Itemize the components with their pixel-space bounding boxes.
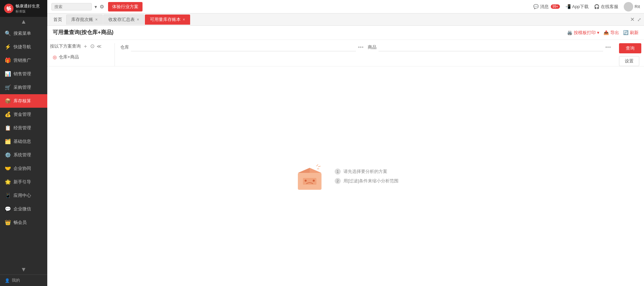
query-filters: 仓库 ••• 商品 ••• bbox=[115, 43, 616, 66]
hint-text-2: 用[过滤]条件来缩小分析范围 bbox=[343, 178, 398, 184]
clipboard-icon: 📋 bbox=[5, 125, 11, 131]
warehouse-more-icon[interactable]: ••• bbox=[358, 44, 364, 50]
settings-button[interactable]: 设置 bbox=[619, 56, 639, 66]
user-profile[interactable]: Rit bbox=[624, 2, 640, 11]
empty-svg bbox=[293, 159, 327, 193]
sidebar-item-finance[interactable]: 💰 资金管理 bbox=[0, 108, 47, 121]
export-label: 导出 bbox=[610, 30, 619, 36]
page-title: 可用量查询(按仓库+商品) bbox=[53, 29, 113, 36]
sidebar-item-wechat[interactable]: 💬 企业微信 bbox=[0, 202, 47, 216]
tab-batch-account[interactable]: 库存批次账 × bbox=[66, 15, 103, 25]
online-service-label: 在线客服 bbox=[601, 4, 618, 10]
svg-marker-2 bbox=[310, 168, 321, 173]
tab-available-qty[interactable]: 可用量库存账本 × bbox=[145, 15, 190, 25]
tab-label: 收发存汇总表 bbox=[108, 17, 135, 23]
goods-label: 商品 bbox=[368, 44, 377, 50]
svg-line-6 bbox=[316, 164, 318, 166]
sidebar-item-label: 基础信息 bbox=[14, 138, 31, 145]
refresh-button[interactable]: 🔄 刷新 bbox=[623, 30, 639, 36]
gift-icon: 🎁 bbox=[5, 57, 11, 63]
tab-receipt-summary[interactable]: 收发存汇总表 × bbox=[103, 15, 144, 25]
scheme-warehouse-goods[interactable]: ◎ 仓库+商品 bbox=[50, 52, 112, 62]
sidebar-item-basic[interactable]: 🗂️ 基础信息 bbox=[0, 135, 47, 148]
topbar-gear-icon[interactable]: ⚙ bbox=[100, 4, 104, 10]
content-area: 可用量查询(按仓库+商品) 🖨️ 按模板打印 ▾ 📤 导出 🔄 刷新 bbox=[47, 26, 644, 286]
filter-warehouse: 仓库 ••• bbox=[120, 43, 364, 51]
logo-sub: 标准版 bbox=[16, 9, 40, 14]
sidebar-item-label: 企业协同 bbox=[14, 165, 31, 172]
sidebar-scroll-up[interactable]: ▲ bbox=[0, 17, 47, 27]
sidebar-item-label: 销售管理 bbox=[14, 71, 31, 77]
tab-close-batch[interactable]: × bbox=[95, 17, 98, 22]
sidebar-item-quick-nav[interactable]: ⚡ 快捷导航 bbox=[0, 40, 47, 54]
query-button[interactable]: 查询 bbox=[619, 43, 641, 53]
close-tab-button[interactable]: ✕ bbox=[630, 16, 635, 23]
chart-icon: 📊 bbox=[5, 71, 11, 77]
sidebar-item-inventory[interactable]: 📦 库存核算 bbox=[0, 94, 47, 108]
tab-label: 可用量库存账本 bbox=[150, 17, 181, 23]
warehouse-input[interactable] bbox=[131, 43, 356, 51]
online-service-item[interactable]: 🎧 在线客服 bbox=[594, 4, 618, 10]
print-icon: 🖨️ bbox=[567, 30, 572, 35]
sidebar-item-enterprise[interactable]: 🤝 企业协同 bbox=[0, 162, 47, 175]
schemes-header: 按以下方案查询 ＋ ⊙ ≪ bbox=[50, 43, 112, 49]
scheme-label: 仓库+商品 bbox=[59, 54, 79, 60]
tab-close-available[interactable]: × bbox=[183, 17, 185, 22]
sidebar-item-label: 新手引导 bbox=[14, 179, 31, 185]
scheme-icon: ◎ bbox=[53, 54, 57, 60]
message-item[interactable]: 💬 消息 99+ bbox=[533, 4, 560, 10]
tab-home[interactable]: 首页 bbox=[50, 15, 66, 25]
topbar-right: 💬 消息 99+ 📲 App下载 🎧 在线客服 Rit bbox=[533, 2, 640, 11]
search-input[interactable] bbox=[51, 3, 92, 10]
sidebar-item-label: 经营管理 bbox=[14, 125, 31, 131]
trial-button[interactable]: 体验行业方案 bbox=[108, 2, 143, 11]
empty-hints: 1 请先选择要分析的方案 2 用[过滤]条件来缩小分析范围 bbox=[335, 168, 398, 184]
sidebar-item-label: 应用中心 bbox=[14, 192, 31, 199]
search-icon: 🔍 bbox=[5, 30, 11, 36]
app-download-item[interactable]: 📲 App下载 bbox=[565, 4, 589, 10]
filter-goods: 商品 ••• bbox=[368, 43, 611, 51]
svg-point-5 bbox=[313, 180, 315, 182]
hint-num-2: 2 bbox=[335, 178, 341, 184]
goods-more-icon[interactable]: ••• bbox=[605, 44, 611, 50]
refresh-icon: 🔄 bbox=[623, 30, 628, 35]
empty-hint-1: 1 请先选择要分析的方案 bbox=[335, 168, 398, 175]
sidebar-item-label: 企业微信 bbox=[14, 206, 31, 212]
message-icon: 💬 bbox=[533, 4, 539, 9]
query-btn-group: 查询 设置 bbox=[616, 43, 644, 66]
goods-input[interactable] bbox=[379, 43, 603, 51]
mobile-icon: 📱 bbox=[5, 192, 11, 199]
dropdown-arrow-icon: ▾ bbox=[597, 30, 599, 35]
sidebar-item-member[interactable]: 👑 畅会员 bbox=[0, 216, 47, 229]
add-scheme-button[interactable]: ＋ bbox=[83, 44, 88, 49]
tab-label: 库存批次账 bbox=[71, 17, 93, 23]
message-badge: 99+ bbox=[551, 4, 560, 9]
tab-close-receipt[interactable]: × bbox=[137, 17, 139, 22]
sidebar-item-sales[interactable]: 📊 销售管理 bbox=[0, 67, 47, 81]
sidebar-item-purchase[interactable]: 🛒 采购管理 bbox=[0, 81, 47, 94]
sidebar-item-operations[interactable]: 📋 经营管理 bbox=[0, 121, 47, 135]
topbar: ▾ ⚙ 体验行业方案 💬 消息 99+ 📲 App下载 🎧 在线客服 Rit bbox=[47, 0, 644, 14]
sidebar-item-label: 搜索菜单 bbox=[14, 30, 31, 36]
sidebar-item-system[interactable]: ⚙️ 系统管理 bbox=[0, 148, 47, 162]
sidebar-bottom[interactable]: 👤 我的 bbox=[0, 275, 47, 286]
sidebar-item-appstore[interactable]: 📱 应用中心 bbox=[0, 189, 47, 202]
sidebar-item-newbie[interactable]: 🌟 新手引导 bbox=[0, 175, 47, 189]
query-area: 按以下方案查询 ＋ ⊙ ≪ ◎ 仓库+商品 仓库 ••• bbox=[47, 40, 644, 67]
sidebar-item-marketing[interactable]: 🎁 营销推广 bbox=[0, 54, 47, 67]
box-icon: 📦 bbox=[5, 98, 11, 104]
expand-tab-button[interactable]: ⤢ bbox=[637, 17, 641, 22]
print-template-button[interactable]: 🖨️ 按模板打印 ▾ bbox=[567, 30, 599, 36]
query-schemes-panel: 按以下方案查询 ＋ ⊙ ≪ ◎ 仓库+商品 bbox=[47, 43, 115, 66]
collapse-schemes-button[interactable]: ≪ bbox=[97, 44, 102, 49]
money-icon: 💰 bbox=[5, 111, 11, 118]
export-button[interactable]: 📤 导出 bbox=[603, 30, 619, 36]
dropdown-icon[interactable]: ▾ bbox=[95, 4, 97, 9]
crown-icon: 👑 bbox=[5, 219, 11, 226]
sidebar-item-label: 资金管理 bbox=[14, 111, 31, 118]
star-icon: 🌟 bbox=[5, 179, 11, 185]
settings-scheme-button[interactable]: ⊙ bbox=[90, 44, 95, 49]
sidebar-item-search[interactable]: 🔍 搜索菜单 bbox=[0, 27, 47, 40]
filter-row: 仓库 ••• 商品 ••• bbox=[120, 43, 611, 51]
sidebar-scroll-down[interactable]: ▼ bbox=[0, 265, 47, 275]
